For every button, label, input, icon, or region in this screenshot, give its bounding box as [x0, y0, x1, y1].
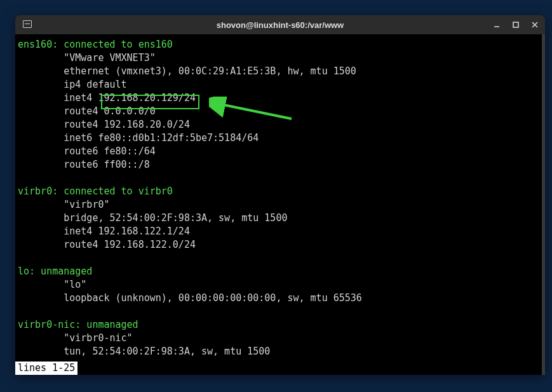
scrollbar[interactable] [542, 34, 545, 375]
terminal-line [18, 172, 542, 185]
minimize-button[interactable] [492, 20, 502, 30]
terminal-output[interactable]: ens160: connected to ens160 "VMware VMXN… [15, 34, 545, 375]
terminal-line: route4 192.168.20.0/24 [18, 118, 542, 132]
interface-header: lo: unmanaged [18, 266, 92, 277]
svg-rect-1 [513, 22, 518, 27]
terminal-window: shovon@linuxhint-s60:/var/www ens160: co… [15, 15, 545, 375]
terminal-text: inet4 192.168.122.1/24 [18, 226, 190, 237]
terminal-text: "virbr0-nic" [18, 332, 133, 344]
window-title: shovon@linuxhint-s60:/var/www [15, 20, 545, 30]
terminal-line: loopback (unknown), 00:00:00:00:00:00, s… [18, 292, 542, 305]
terminal-line: "virbr0" [18, 198, 542, 212]
pager-status: lines 1-25 [15, 362, 77, 375]
terminal-line: inet4 192.168.20.129/24 [18, 91, 542, 105]
titlebar: shovon@linuxhint-s60:/var/www [15, 15, 545, 34]
terminal-line: ethernet (vmxnet3), 00:0C:29:A1:E5:3B, h… [18, 65, 542, 78]
terminal-text: route4 0.0.0.0/0 [18, 105, 156, 117]
terminal-text: ip4 default [18, 79, 127, 90]
terminal-text: route6 ff00::/8 [18, 159, 150, 170]
terminal-text: route4 192.168.122.0/24 [18, 239, 196, 250]
interface-header: ens160: connected to ens160 [18, 39, 173, 50]
window-controls [492, 20, 540, 30]
terminal-line: inet6 fe80::d0b1:12df:5be7:5184/64 [18, 132, 542, 145]
terminal-line: bridge, 52:54:00:2F:98:3A, sw, mtu 1500 [18, 212, 542, 225]
terminal-line: route6 fe80::/64 [18, 145, 542, 158]
terminal-text: route6 fe80::/64 [18, 145, 156, 157]
terminal-line: virbr0: connected to virbr0 [18, 185, 542, 198]
terminal-line: ip4 default [18, 78, 542, 91]
terminal-line: tun, 52:54:00:2F:98:3A, sw, mtu 1500 [18, 345, 542, 358]
terminal-text: loopback (unknown), 00:00:00:00:00:00, s… [18, 292, 362, 304]
terminal-text: inet6 fe80::d0b1:12df:5be7:5184/64 [18, 132, 259, 144]
terminal-text: ethernet (vmxnet3), 00:0C:29:A1:E5:3B, h… [18, 65, 356, 77]
terminal-line: inet4 192.168.122.1/24 [18, 225, 542, 238]
terminal-line [18, 252, 542, 265]
terminal-line: lo: unmanaged [18, 265, 542, 278]
terminal-text: "VMware VMXNET3" [18, 52, 156, 64]
close-button[interactable] [530, 20, 540, 30]
scrollbar-thumb[interactable] [542, 34, 545, 375]
terminal-line: "lo" [18, 278, 542, 292]
terminal-line: "virbr0-nic" [18, 332, 542, 345]
terminal-text: "lo" [18, 279, 86, 290]
terminal-line: route4 0.0.0.0/0 [18, 105, 542, 118]
terminal-line [18, 358, 542, 372]
terminal-line: ens160: connected to ens160 [18, 38, 542, 51]
terminal-text: route4 192.168.20.0/24 [18, 119, 190, 130]
terminal-text: "virbr0" [18, 199, 110, 210]
terminal-line: route4 192.168.122.0/24 [18, 238, 542, 252]
terminal-line: "VMware VMXNET3" [18, 51, 542, 65]
terminal-text: bridge, 52:54:00:2F:98:3A, sw, mtu 1500 [18, 212, 287, 224]
maximize-button[interactable] [511, 20, 521, 30]
interface-header: virbr0-nic: unmanaged [18, 319, 138, 330]
terminal-line: route6 ff00::/8 [18, 158, 542, 172]
interface-header: virbr0: connected to virbr0 [18, 186, 173, 197]
terminal-text: inet4 192.168.20.129/24 [18, 92, 196, 104]
terminal-line [18, 305, 542, 318]
terminal-line: virbr0-nic: unmanaged [18, 318, 542, 332]
terminal-text: tun, 52:54:00:2F:98:3A, sw, mtu 1500 [18, 346, 270, 357]
